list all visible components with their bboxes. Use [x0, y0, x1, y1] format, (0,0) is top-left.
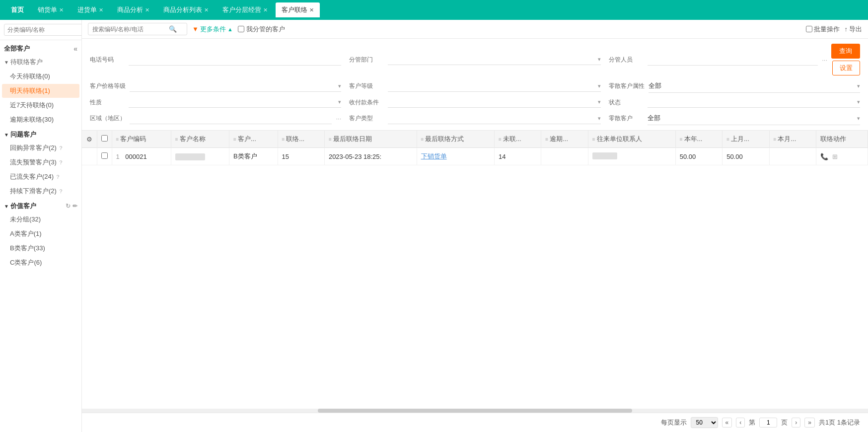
close-icon-3[interactable]: ✕ — [204, 7, 209, 13]
gear-icon[interactable]: ⚙ — [86, 136, 92, 143]
col-sort-icon[interactable]: ≡ — [421, 137, 424, 142]
col-sort-icon[interactable]: ≡ — [680, 137, 683, 142]
call-icon[interactable]: 📞 — [820, 153, 828, 160]
search-input[interactable] — [92, 26, 167, 33]
sidebar-item-b-class[interactable]: B类客户(33) — [2, 241, 79, 255]
select-all-checkbox[interactable] — [101, 135, 108, 142]
my-customers-check[interactable] — [238, 26, 244, 32]
prev-page-btn[interactable]: ‹ — [736, 418, 745, 428]
last-page-btn[interactable]: » — [804, 418, 815, 428]
row-checkbox[interactable] — [97, 148, 112, 165]
customer-name-blurred: Ea — [175, 153, 205, 160]
col-sort-icon[interactable]: ≡ — [545, 137, 548, 142]
close-icon-4[interactable]: ✕ — [263, 7, 268, 13]
sidebar-group-pending[interactable]: ▼ 待联络客户 — [0, 55, 81, 69]
region-input[interactable] — [130, 113, 332, 124]
nav-tab-1[interactable]: 进货单 ✕ — [72, 2, 109, 17]
price-grade-select[interactable]: ▾ — [130, 81, 341, 92]
col-sort-icon[interactable]: ≡ — [329, 137, 332, 142]
sidebar-search-area: 🔍 — [0, 20, 81, 40]
chevron-down-icon: ▾ — [857, 115, 860, 122]
sidebar-item-7days[interactable]: 近7天待联络(0) — [2, 98, 79, 112]
row-code: 1 000021 — [112, 148, 171, 165]
sidebar-search-input[interactable] — [4, 24, 82, 36]
sidebar-item-c-class[interactable]: C类客户(6) — [2, 256, 79, 270]
export-btn[interactable]: ↑ 导出 — [845, 25, 863, 34]
more-action-icon[interactable]: ⊞ — [832, 153, 838, 160]
person-input[interactable] — [648, 54, 818, 66]
nav-tab-4[interactable]: 客户分层经营 ✕ — [217, 2, 274, 17]
sidebar-item-churned[interactable]: 已流失客户(24) ？ — [2, 170, 79, 184]
close-icon-5[interactable]: ✕ — [309, 7, 314, 13]
close-icon-0[interactable]: ✕ — [59, 7, 64, 13]
filter-icon: ▼ — [192, 25, 199, 33]
search-icon[interactable]: 🔍 — [169, 25, 177, 33]
nav-tab-2[interactable]: 商品分析 ✕ — [111, 2, 155, 17]
total-label: 共1页 1条记录 — [819, 418, 860, 427]
col-sort-icon[interactable]: ≡ — [726, 137, 729, 142]
sidebar-item-tomorrow[interactable]: 明天待联络(1) — [2, 84, 79, 98]
horizontal-scrollbar[interactable] — [82, 409, 868, 413]
retail-customer-select[interactable]: 全部 ▾ — [648, 112, 860, 125]
col-sort-icon[interactable]: ≡ — [282, 137, 285, 142]
col-sort-icon[interactable]: ≡ — [774, 137, 777, 142]
page-input[interactable] — [759, 418, 777, 428]
setting-button[interactable]: 设置 — [832, 61, 860, 75]
query-button[interactable]: 查询 — [831, 44, 860, 59]
row-select-checkbox[interactable] — [101, 152, 108, 159]
nav-home[interactable]: 首页 — [5, 2, 30, 17]
sidebar-item-ungrouped[interactable]: 未分组(32) — [2, 213, 79, 226]
my-customers-checkbox[interactable]: 我分管的客户 — [238, 25, 285, 34]
chevron-down-icon: ▾ — [598, 99, 601, 105]
sidebar-item-overdue[interactable]: 逾期未联络(30) — [2, 113, 79, 127]
edit-icon[interactable]: ✏ — [72, 203, 77, 210]
sidebar-item-churn-warn[interactable]: 流失预警客户(3) ？ — [2, 155, 79, 169]
per-page-select[interactable]: 50 100 200 — [691, 417, 718, 428]
sidebar-all-customers[interactable]: 全部客户 « — [0, 40, 81, 55]
sidebar-item-repurchase[interactable]: 回购异常客户(2) ？ — [2, 141, 79, 155]
phone-input[interactable] — [129, 54, 341, 66]
col-sort-icon[interactable]: ≡ — [499, 137, 502, 142]
settings-col-header[interactable]: ⚙ — [82, 131, 97, 148]
customer-type-select[interactable]: ▾ — [388, 113, 600, 124]
payment-select[interactable]: ▾ — [388, 97, 600, 108]
last-method-link[interactable]: 下销货单 — [421, 152, 447, 160]
col-sort-icon[interactable]: ≡ — [175, 137, 178, 142]
sidebar: 🔍 全部客户 « ▼ 待联络客户 今天待联络(0) 明天待联络(1) 近7天待联… — [0, 20, 82, 432]
sidebar-item-declining[interactable]: 持续下滑客户(2) ？ — [2, 184, 79, 198]
more-conditions-btn[interactable]: ▼ 更多条件 ▲ — [192, 25, 233, 34]
dept-select[interactable]: ▾ — [388, 54, 600, 65]
nav-tab-5[interactable]: 客户联络 ✕ — [276, 2, 320, 17]
batch-op-btn[interactable]: 批量操作 — [806, 25, 840, 34]
region-dots-icon[interactable]: ··· — [336, 115, 341, 122]
col-sort-icon[interactable]: ≡ — [592, 137, 595, 142]
scrollbar-thumb[interactable] — [318, 409, 632, 413]
nav-tab-3[interactable]: 商品分析列表 ✕ — [157, 2, 215, 17]
batch-op-check[interactable] — [806, 26, 812, 32]
dots-icon[interactable]: ··· — [822, 56, 827, 64]
col-sort-icon[interactable]: ≡ — [233, 137, 236, 142]
customer-grade-select[interactable]: ▾ — [388, 81, 600, 92]
col-this-month: ≡ 本月... — [769, 131, 816, 148]
all-customers-label: 全部客户 — [4, 44, 30, 53]
row-last-method[interactable]: 下销货单 — [417, 148, 494, 165]
nav-tab-0[interactable]: 销货单 ✕ — [32, 2, 70, 17]
collapse-icon[interactable]: « — [73, 45, 77, 53]
next-page-btn[interactable]: › — [792, 418, 800, 428]
first-page-btn[interactable]: « — [722, 418, 732, 428]
table-row: 1 000021 Ea B类客户 15 2023-0 — [82, 148, 868, 165]
sidebar-group-problem[interactable]: ▼ 问题客户 — [0, 127, 81, 141]
status-select[interactable]: ▾ — [648, 97, 860, 108]
sidebar-group-value[interactable]: ▼ 价值客户 ↻ ✏ — [0, 199, 81, 212]
filter-person: 分管人员 ··· 查询 设置 — [609, 44, 860, 75]
refresh-icon[interactable]: ↻ — [66, 203, 71, 210]
search-wrap: 🔍 — [88, 23, 187, 35]
nature-select[interactable]: ▾ — [129, 97, 341, 108]
close-icon-1[interactable]: ✕ — [99, 7, 103, 13]
checkbox-col-header[interactable] — [97, 131, 112, 148]
sidebar-item-a-class[interactable]: A类客户(1) — [2, 227, 79, 241]
sidebar-item-today[interactable]: 今天待联络(0) — [2, 70, 79, 83]
col-sort-icon[interactable]: ≡ — [116, 137, 119, 142]
close-icon-2[interactable]: ✕ — [145, 7, 149, 13]
retail-attr-select[interactable]: 全部 ▾ — [649, 79, 860, 93]
